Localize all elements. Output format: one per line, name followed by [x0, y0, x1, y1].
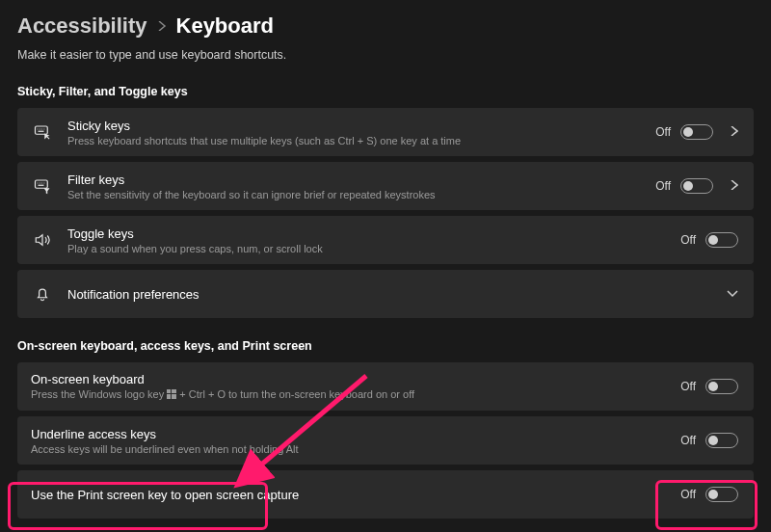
desc-part-before: Press the Windows logo key	[31, 388, 167, 400]
svg-rect-14	[167, 394, 171, 399]
onscreen-keyboard-toggle[interactable]	[705, 379, 738, 394]
toggle-keys-toggle[interactable]	[705, 232, 738, 248]
svg-rect-0	[36, 126, 48, 134]
row-desc: Set the sensitivity of the keyboard so i…	[67, 189, 655, 200]
chevron-down-icon[interactable]	[727, 287, 738, 301]
row-sticky-keys[interactable]: Sticky keys Press keyboard shortcuts tha…	[17, 108, 754, 156]
section-heading-sticky: Sticky, Filter, and Toggle keys	[17, 85, 754, 98]
row-desc: Press keyboard shortcuts that use multip…	[67, 135, 655, 146]
row-filter-keys[interactable]: Filter keys Set the sensitivity of the k…	[17, 162, 754, 210]
toggle-state-label: Off	[655, 179, 671, 193]
toggle-state-label: Off	[680, 380, 696, 393]
breadcrumb-parent[interactable]: Accessibility	[17, 13, 147, 39]
row-notification-preferences[interactable]: Notification preferences	[17, 270, 754, 318]
row-title: Sticky keys	[67, 119, 655, 133]
filter-keys-toggle[interactable]	[680, 178, 713, 194]
breadcrumb: Accessibility Keyboard	[17, 13, 754, 39]
toggle-state-label: Off	[680, 233, 696, 247]
toggle-state-label: Off	[680, 488, 696, 501]
svg-rect-12	[167, 389, 171, 393]
toggle-state-label: Off	[680, 434, 696, 447]
svg-rect-15	[172, 394, 176, 399]
speaker-icon	[31, 231, 54, 249]
section-heading-onscreen: On-screen keyboard, access keys, and Pri…	[17, 339, 754, 353]
row-desc: Access keys will be underlined even when…	[31, 443, 680, 455]
row-underline-access-keys[interactable]: Underline access keys Access keys will b…	[17, 416, 754, 465]
row-print-screen[interactable]: Use the Print screen key to open screen …	[17, 470, 754, 519]
row-onscreen-keyboard[interactable]: On-screen keyboard Press the Windows log…	[17, 362, 754, 411]
print-screen-toggle[interactable]	[705, 487, 738, 502]
row-title: Notification preferences	[67, 287, 727, 302]
underline-access-keys-toggle[interactable]	[705, 433, 738, 448]
page-title: Keyboard	[176, 13, 274, 39]
row-title: Filter keys	[67, 173, 655, 187]
chevron-right-icon[interactable]	[731, 125, 738, 139]
row-toggle-keys[interactable]: Toggle keys Play a sound when you press …	[17, 216, 754, 264]
row-title: Use the Print screen key to open screen …	[31, 488, 680, 502]
svg-rect-13	[172, 389, 176, 393]
row-title: On-screen keyboard	[31, 372, 680, 386]
keyboard-filter-icon	[31, 177, 54, 195]
row-title: Toggle keys	[67, 226, 680, 241]
desc-part-after: + Ctrl + O to turn the on-screen keyboar…	[179, 388, 414, 400]
row-title: Underline access keys	[31, 427, 680, 441]
chevron-right-icon[interactable]	[731, 179, 738, 193]
row-desc: Press the Windows logo key + Ctrl + O to…	[31, 388, 680, 401]
svg-rect-6	[36, 180, 48, 188]
bell-icon	[31, 285, 54, 303]
row-desc: Play a sound when you press caps, num, o…	[67, 243, 680, 254]
keyboard-pointer-icon	[31, 123, 54, 141]
page-subtitle: Make it easier to type and use keyboard …	[17, 48, 754, 62]
chevron-right-icon	[157, 18, 167, 34]
toggle-state-label: Off	[655, 125, 671, 139]
windows-logo-icon	[167, 389, 176, 401]
sticky-keys-toggle[interactable]	[680, 124, 713, 140]
